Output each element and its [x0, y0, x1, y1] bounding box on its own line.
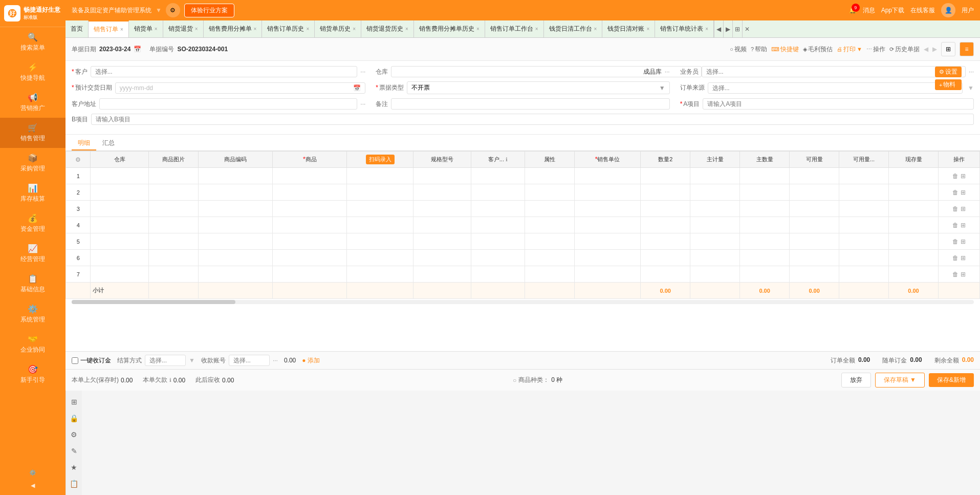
- rs-icon-5[interactable]: ★: [67, 460, 81, 475]
- row-qty2-1[interactable]: [641, 168, 690, 184]
- tab-close-ow[interactable]: ×: [535, 26, 538, 32]
- history-link[interactable]: ⟳ 历史单据: [889, 45, 920, 54]
- delete-icon-2[interactable]: 🗑: [952, 189, 959, 196]
- a-project-input[interactable]: [703, 98, 974, 110]
- tab-close-all[interactable]: ✕: [742, 20, 752, 38]
- settlement-dropdown[interactable]: ▼: [189, 357, 195, 364]
- row-attr-1[interactable]: [525, 168, 574, 184]
- help-link[interactable]: ? 帮助: [751, 45, 767, 54]
- tab-home[interactable]: 首页: [66, 20, 89, 38]
- row-customer-1[interactable]: [471, 168, 525, 184]
- save-draft-dropdown[interactable]: ▼: [910, 376, 916, 383]
- settings-float-btn[interactable]: ⚙ 设置: [935, 67, 962, 77]
- row-main-qty-2[interactable]: [740, 184, 790, 201]
- sidebar-item-sales[interactable]: 🛒 销售管理: [0, 118, 66, 148]
- sidebar-item-purchase[interactable]: 📦 采购管理: [0, 148, 66, 178]
- tab-fee-history[interactable]: 销售费用分摊单历史 ×: [414, 20, 485, 38]
- row-unit-1[interactable]: [574, 168, 640, 184]
- rs-icon-3[interactable]: ⚙: [67, 427, 81, 442]
- save-draft-btn[interactable]: 保存草稿 ▼: [875, 373, 925, 388]
- warehouse-expand[interactable]: ···: [665, 68, 670, 75]
- copy-icon-5[interactable]: ⊞: [961, 238, 966, 245]
- save-new-btn[interactable]: 保存&新增: [929, 373, 974, 387]
- row-spec-2[interactable]: [413, 184, 471, 201]
- view-link[interactable]: ○ 视频: [730, 45, 747, 54]
- sidebar-item-marketing[interactable]: 📢 营销推广: [0, 88, 66, 118]
- copy-icon-2[interactable]: ⊞: [961, 189, 966, 196]
- remark-input[interactable]: [391, 98, 669, 110]
- address-expand[interactable]: ···: [360, 100, 365, 107]
- rs-icon-6[interactable]: 📋: [67, 477, 81, 491]
- add-receipt-btn[interactable]: ● 添加: [302, 356, 320, 365]
- abandon-btn[interactable]: 放弃: [841, 373, 871, 388]
- sidebar-item-finance[interactable]: 💰 资金管理: [0, 208, 66, 239]
- rs-icon-1[interactable]: ⊞: [67, 395, 81, 409]
- tab-daily-reconcile[interactable]: 钱货日清对账 ×: [602, 20, 655, 38]
- list-view-icon[interactable]: ≡: [960, 42, 974, 56]
- copy-icon-3[interactable]: ⊞: [961, 205, 966, 212]
- warehouse-input[interactable]: [391, 66, 701, 77]
- receipt-input[interactable]: [229, 355, 270, 366]
- row-product-1[interactable]: [273, 168, 347, 184]
- online-support-link[interactable]: 在线客服: [910, 6, 935, 15]
- settlement-input[interactable]: [145, 355, 186, 366]
- row-spec-1[interactable]: [413, 168, 471, 184]
- tab-return-history[interactable]: 销货退货历史 ×: [361, 20, 414, 38]
- add-material-btn[interactable]: + 物料: [935, 79, 962, 90]
- tab-close-return[interactable]: ×: [195, 26, 198, 32]
- app-download-link[interactable]: App下载: [881, 6, 904, 15]
- one-click-checkbox[interactable]: [72, 357, 78, 364]
- sidebar-item-system[interactable]: ⚙️ 系统管理: [0, 299, 66, 329]
- copy-icon-1[interactable]: ⊞: [961, 173, 966, 180]
- industry-btn[interactable]: 体验行业方案: [184, 4, 234, 17]
- rs-icon-4[interactable]: ✎: [67, 444, 81, 458]
- delete-icon-1[interactable]: 🗑: [952, 173, 959, 180]
- tab-nav-prev[interactable]: ◀: [714, 20, 723, 38]
- table-settings-icon[interactable]: ⚙: [75, 156, 81, 163]
- calendar-icon[interactable]: 📅: [134, 46, 141, 53]
- sidebar-item-inventory[interactable]: 📊 库存核算: [0, 178, 66, 208]
- tab-order-workbench[interactable]: 销售订单工作台 ×: [485, 20, 544, 38]
- tab-goods-return[interactable]: 销货退货 ×: [163, 20, 204, 38]
- tab-close-oh[interactable]: ×: [306, 26, 309, 32]
- shortcuts-link[interactable]: ⌨ 快捷键: [771, 45, 799, 54]
- print-link[interactable]: 🖨 打印 ▼: [837, 45, 862, 54]
- user-avatar[interactable]: 👤: [941, 3, 955, 17]
- customer-input[interactable]: [91, 66, 358, 77]
- tab-nav-expand[interactable]: ⊞: [732, 20, 742, 38]
- tab-detail[interactable]: 明细: [72, 137, 96, 150]
- staff-expand[interactable]: ···: [969, 68, 974, 75]
- sidebar-item-quick[interactable]: ⚡ 快捷导航: [0, 57, 66, 88]
- operation-link[interactable]: ⋯ 操作: [866, 45, 885, 54]
- order-source-dropdown[interactable]: ▼: [968, 84, 974, 92]
- copy-icon-4[interactable]: ⊞: [961, 222, 966, 229]
- tab-goods-history[interactable]: 销货单历史 ×: [315, 20, 361, 38]
- invoice-dropdown-icon[interactable]: ▼: [659, 84, 665, 92]
- scroll-thumb[interactable]: [72, 300, 235, 304]
- tab-close-dr[interactable]: ×: [646, 26, 649, 32]
- sidebar-item-guide[interactable]: 🎯 新手引导: [0, 359, 66, 390]
- topbar-settings-icon[interactable]: ⚙: [166, 3, 180, 17]
- profit-link[interactable]: ◈ 毛利预估: [803, 45, 833, 54]
- delete-icon-4[interactable]: 🗑: [952, 222, 959, 229]
- tab-goods[interactable]: 销货单 ×: [129, 20, 163, 38]
- tab-close-fh[interactable]: ×: [476, 26, 480, 32]
- tab-fee-split[interactable]: 销售费用分摊单 ×: [204, 20, 263, 38]
- address-input[interactable]: [99, 98, 357, 110]
- row-product-2[interactable]: [273, 184, 347, 201]
- row-code-2[interactable]: [198, 184, 272, 201]
- delete-icon-6[interactable]: 🗑: [952, 254, 959, 262]
- notification-icon[interactable]: 🔔 9: [849, 7, 857, 14]
- tab-close-gh[interactable]: ×: [353, 26, 356, 32]
- row-qty2-2[interactable]: [641, 184, 690, 201]
- customer-expand[interactable]: ···: [360, 68, 365, 75]
- b-project-input[interactable]: [91, 114, 974, 125]
- tab-sales-order[interactable]: 销售订单 ×: [89, 20, 129, 38]
- horizontal-scrollbar[interactable]: [72, 300, 974, 304]
- tab-close-stats[interactable]: ×: [705, 26, 708, 32]
- sidebar-item-cooperation[interactable]: 🤝 企业协同: [0, 329, 66, 359]
- sidebar-collapse[interactable]: ◀: [29, 480, 37, 491]
- tab-close-goods[interactable]: ×: [155, 26, 158, 32]
- tab-stats[interactable]: 销售订单统计表 ×: [655, 20, 714, 38]
- row-code-1[interactable]: [198, 168, 272, 184]
